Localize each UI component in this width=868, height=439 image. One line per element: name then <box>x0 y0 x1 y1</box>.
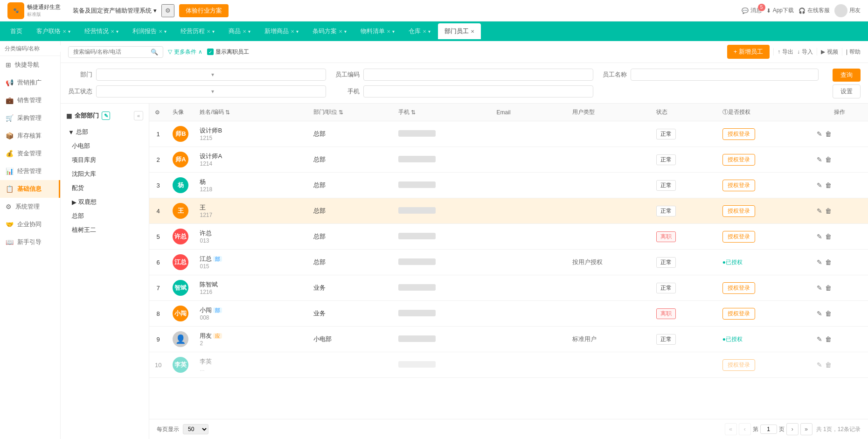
tab-history[interactable]: 经营历程 ✕ ▾ <box>174 23 221 39</box>
chevron-down-icon[interactable]: ▾ <box>428 29 431 34</box>
auth-button[interactable]: 授权登录 <box>722 282 755 294</box>
system-title[interactable]: 装备及固定资产辅助管理系统 ▾ <box>73 7 157 15</box>
empcode-filter-input[interactable] <box>363 69 593 81</box>
tab-employees[interactable]: 部门员工 ✕ <box>438 23 481 39</box>
chevron-down-icon[interactable]: ▾ <box>164 29 167 34</box>
delete-icon[interactable]: 🗑 <box>825 130 832 138</box>
tab-bom[interactable]: 物料清单 ✕ ▾ <box>354 23 401 39</box>
experience-button[interactable]: 体验行业方案 <box>179 4 229 17</box>
delete-icon[interactable]: 🗑 <box>825 207 832 215</box>
last-page-button[interactable]: » <box>800 423 812 435</box>
prev-page-button[interactable]: ‹ <box>739 423 751 435</box>
delete-icon[interactable]: 🗑 <box>825 156 832 163</box>
tab-goods[interactable]: 商品 ✕ ▾ <box>222 23 257 39</box>
dept-node-shenyang[interactable]: 沈阳大库 <box>61 167 149 181</box>
delete-icon[interactable]: 🗑 <box>825 233 832 240</box>
next-page-button[interactable]: › <box>786 423 799 435</box>
tab-operations[interactable]: 经营情况 ✕ ▾ <box>78 23 125 39</box>
edit-icon[interactable]: ✎ <box>817 335 822 343</box>
auth-button[interactable]: 授权登录 <box>722 154 755 166</box>
sidebar-item-inventory[interactable]: 📦 库存核算 <box>0 127 60 145</box>
collapse-all-button[interactable]: « <box>134 111 143 120</box>
col-name[interactable]: 姓名/编码⇅ <box>194 104 307 121</box>
sidebar-item-marketing[interactable]: 📢 营销推广 <box>0 74 60 91</box>
chevron-down-icon[interactable]: ▾ <box>212 29 215 34</box>
chevron-down-icon[interactable]: ▾ <box>344 29 347 34</box>
close-icon[interactable]: ✕ <box>243 29 246 34</box>
help-button[interactable]: | 帮助 <box>846 48 861 56</box>
edit-icon[interactable]: ✎ <box>817 310 822 317</box>
sidebar-item-quick-nav[interactable]: ⊞ 快捷导航 <box>0 56 60 74</box>
close-icon[interactable]: ✕ <box>207 29 210 34</box>
delete-icon[interactable]: 🗑 <box>825 258 832 266</box>
edit-icon[interactable]: ✎ <box>817 156 822 163</box>
close-icon[interactable]: ✕ <box>111 29 114 34</box>
more-filters-button[interactable]: ▽ 更多条件 ∧ <box>168 48 202 56</box>
col-phone[interactable]: 手机⇅ <box>393 104 491 121</box>
chevron-down-icon[interactable]: ▾ <box>296 29 299 34</box>
edit-icon[interactable]: ✎ <box>817 361 822 369</box>
chevron-down-icon[interactable]: ▾ <box>248 29 250 34</box>
phone-filter-input[interactable] <box>363 85 593 98</box>
delete-icon[interactable]: 🗑 <box>825 361 832 369</box>
export-button[interactable]: ↑ 导出 <box>778 48 793 56</box>
import-button[interactable]: ↓ 导入 <box>797 48 813 56</box>
view-button[interactable]: ▶ 视频 <box>821 48 838 56</box>
auth-button[interactable]: 授权登录 <box>722 180 755 191</box>
edit-icon[interactable]: ✎ <box>817 284 822 292</box>
edit-icon[interactable]: ✎ <box>817 258 822 266</box>
auth-button[interactable]: 授权登录 <box>722 231 755 243</box>
page-input[interactable] <box>760 425 777 434</box>
sidebar-item-cooperation[interactable]: 🤝 企业协同 <box>0 216 60 233</box>
messages-button[interactable]: 💬 消息 5 <box>742 7 762 14</box>
user-menu[interactable]: 用友 <box>834 4 861 17</box>
first-page-button[interactable]: « <box>725 423 737 435</box>
tab-barcode[interactable]: 条码方案 ✕ ▾ <box>306 23 353 39</box>
auth-button[interactable]: 授权登录 <box>722 308 755 320</box>
sidebar-item-sales[interactable]: 💼 销售管理 <box>0 91 60 109</box>
tab-new-goods[interactable]: 新增商品 ✕ ▾ <box>258 23 305 39</box>
table-scroll-area[interactable]: ⚙ 头像 姓名/编码⇅ 部门/职位⇅ 手机⇅ <box>149 104 868 419</box>
col-settings[interactable]: ⚙ <box>149 104 167 121</box>
delete-icon[interactable]: 🗑 <box>825 310 832 317</box>
dept-node-distribution[interactable]: 配货 <box>61 181 149 195</box>
edit-icon[interactable]: ✎ <box>817 130 822 138</box>
sidebar-item-guide[interactable]: 📖 新手引导 <box>0 233 60 251</box>
page-size-select[interactable]: 50 10 20 100 <box>183 424 208 434</box>
status-filter-select[interactable]: ▾ <box>96 85 326 98</box>
show-resigned-toggle[interactable]: ✓ 显示离职员工 <box>207 48 249 56</box>
setting-button[interactable]: 设置 <box>833 84 861 98</box>
chevron-down-icon[interactable]: ▾ <box>68 29 70 34</box>
tab-profit[interactable]: 利润报告 ✕ ▾ <box>126 23 173 39</box>
sidebar-search-wrap[interactable]: 🔍 <box>0 41 60 56</box>
sidebar-item-basics[interactable]: 📋 基础信息 <box>0 180 60 198</box>
edit-icon[interactable]: ✎ <box>817 233 822 240</box>
dept-all-button[interactable]: ▦ 全部部门 ✎ <box>66 111 110 120</box>
chevron-down-icon[interactable]: ▾ <box>116 29 118 34</box>
close-icon[interactable]: ✕ <box>159 29 162 34</box>
auth-button[interactable]: 授权登录 <box>722 359 755 371</box>
dept-filter-select[interactable]: ▾ <box>96 69 326 81</box>
sidebar-item-finance[interactable]: 💰 资金管理 <box>0 145 60 162</box>
dept-node-hq[interactable]: 总部 <box>61 209 149 223</box>
dept-node-general[interactable]: ▼ 总部 <box>61 125 149 139</box>
employee-search-input[interactable] <box>73 49 148 55</box>
sidebar-item-operations[interactable]: 📊 经营管理 <box>0 162 60 180</box>
show-resigned-checkbox[interactable]: ✓ <box>207 49 214 55</box>
dept-node-project[interactable]: 项目库房 <box>61 153 149 167</box>
dept-node-plant[interactable]: 植树王二 <box>61 223 149 237</box>
col-dept[interactable]: 部门/职位⇅ <box>308 104 393 121</box>
close-icon[interactable]: ✕ <box>387 29 390 34</box>
tab-warehouse[interactable]: 仓库 ✕ ▾ <box>402 23 437 39</box>
dept-node-small-elec[interactable]: 小电部 <box>61 139 149 153</box>
online-service-button[interactable]: 🎧 在线客服 <box>799 7 830 14</box>
close-icon[interactable]: ✕ <box>291 29 294 34</box>
close-icon[interactable]: ✕ <box>339 29 342 34</box>
close-icon[interactable]: ✕ <box>62 29 66 34</box>
close-icon[interactable]: ✕ <box>423 29 426 34</box>
empname-filter-input[interactable] <box>631 69 819 81</box>
delete-icon[interactable]: 🗑 <box>825 284 832 292</box>
search-button[interactable]: 查询 <box>833 69 861 82</box>
edit-icon[interactable]: ✎ <box>817 181 822 189</box>
delete-icon[interactable]: 🗑 <box>825 335 832 343</box>
